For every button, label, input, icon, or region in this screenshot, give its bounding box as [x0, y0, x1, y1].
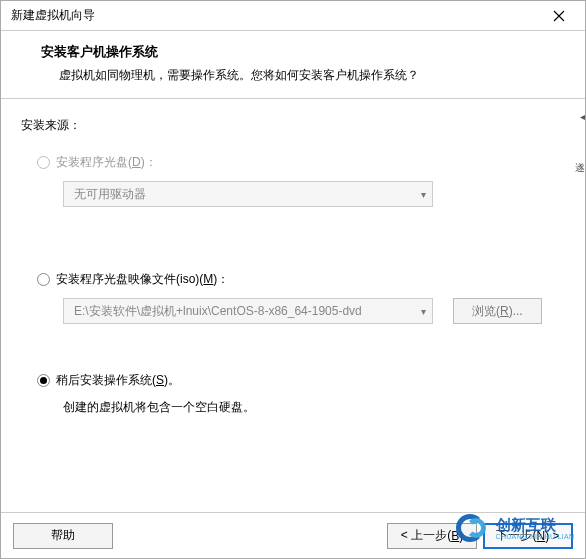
radio-installer-disc	[37, 156, 50, 169]
radio-install-later[interactable]	[37, 374, 50, 387]
titlebar: 新建虚拟机向导	[1, 1, 585, 31]
next-button[interactable]: 下一步(N) >	[483, 523, 573, 549]
option-iso-file[interactable]: 安装程序光盘映像文件(iso)(M)：	[37, 271, 565, 288]
chevron-down-icon: ▾	[421, 306, 426, 317]
close-icon	[553, 10, 565, 22]
window-title: 新建虚拟机向导	[11, 7, 95, 24]
option-install-later-label: 稍后安装操作系统(S)。	[56, 372, 180, 389]
option-install-later[interactable]: 稍后安装操作系统(S)。	[37, 372, 565, 389]
iso-path-dropdown[interactable]: E:\安装软件\虚拟机+lnuix\CentOS-8-x86_64-1905-d…	[63, 298, 433, 324]
option-installer-disc: 安装程序光盘(D)：	[37, 154, 565, 171]
install-later-description: 创建的虚拟机将包含一个空白硬盘。	[63, 399, 565, 416]
option-installer-disc-label: 安装程序光盘(D)：	[56, 154, 157, 171]
wizard-window: 新建虚拟机向导 安装客户机操作系统 虚拟机如同物理机，需要操作系统。您将如何安装…	[0, 0, 586, 559]
source-label: 安装来源：	[21, 117, 565, 134]
option-iso-file-label: 安装程序光盘映像文件(iso)(M)：	[56, 271, 229, 288]
chevron-down-icon: ▾	[421, 189, 426, 200]
header-description: 虚拟机如同物理机，需要操作系统。您将如何安装客户机操作系统？	[41, 67, 565, 84]
header-title: 安装客户机操作系统	[41, 43, 565, 61]
wizard-header: 安装客户机操作系统 虚拟机如同物理机，需要操作系统。您将如何安装客户机操作系统？	[1, 31, 585, 99]
wizard-footer: 帮助 < 上一步(B) 下一步(N) >	[1, 512, 585, 558]
wizard-body: 安装来源： 安装程序光盘(D)： 无可用驱动器 ▾ 安装程序光盘映像文件(iso…	[1, 99, 585, 512]
close-button[interactable]	[539, 2, 579, 30]
back-button[interactable]: < 上一步(B)	[387, 523, 477, 549]
browse-button[interactable]: 浏览(R)...	[453, 298, 542, 324]
radio-iso-file[interactable]	[37, 273, 50, 286]
disc-drive-dropdown: 无可用驱动器 ▾	[63, 181, 433, 207]
iso-row: E:\安装软件\虚拟机+lnuix\CentOS-8-x86_64-1905-d…	[63, 298, 565, 324]
iso-path-value: E:\安装软件\虚拟机+lnuix\CentOS-8-x86_64-1905-d…	[74, 303, 362, 320]
disc-drive-value: 无可用驱动器	[74, 186, 146, 203]
help-button[interactable]: 帮助	[13, 523, 113, 549]
